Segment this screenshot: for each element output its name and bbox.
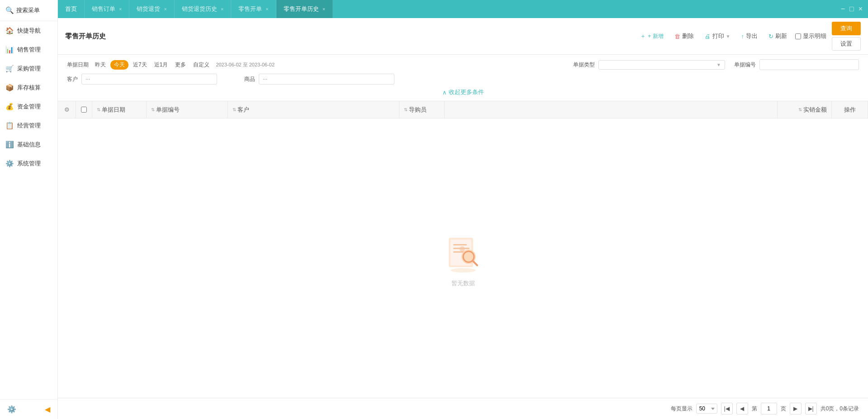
date-options: 昨天 今天 近7天 近1月 更多 自定义: [92, 60, 212, 70]
delete-button[interactable]: 🗑 删除: [672, 30, 697, 42]
th-guide[interactable]: ⇅ 导购员: [399, 101, 445, 118]
tab-close-return-history[interactable]: ×: [221, 6, 223, 12]
sidebar-search-label: 搜索采单: [16, 6, 40, 14]
page-last-button[interactable]: ▶|: [805, 403, 817, 414]
tab-close-retail-history[interactable]: ×: [323, 6, 325, 12]
date-btn-custom[interactable]: 自定义: [190, 60, 212, 70]
collapse-filter-button[interactable]: ∧ 收起更多条件: [442, 88, 484, 96]
filter-docnum: 单据编号: [734, 59, 859, 70]
sidebar-item-purchase[interactable]: 🛒 采购管理: [0, 59, 57, 78]
page-title: 零售开单历史: [65, 32, 106, 41]
svg-point-0: [451, 268, 476, 273]
refresh-button[interactable]: ↻ 刷新: [766, 30, 790, 42]
th-num[interactable]: ⇅ 单据编号: [147, 101, 228, 118]
type-select[interactable]: ▼: [598, 60, 725, 70]
toolbar-actions: ＋ + 新增 🗑 删除 🖨 打印 ▼ ↑ 导出 ↻ 刷新 显示: [637, 22, 861, 51]
home-icon: 🏠: [5, 27, 14, 35]
page-suffix: 页: [781, 405, 786, 413]
th-action: 操作: [832, 101, 868, 118]
page-first-button[interactable]: |◀: [721, 403, 733, 414]
tab-retail[interactable]: 零售开单 ×: [231, 0, 276, 18]
goods-select[interactable]: ···: [259, 74, 394, 85]
th-date[interactable]: ⇅ 单据日期: [92, 101, 147, 118]
display-detail-input[interactable]: [795, 33, 801, 39]
filter-area: 单据日期 昨天 今天 近7天 近1月 更多 自定义 2023-06-02 至 2…: [58, 55, 868, 101]
th-sort-icon-customer: ⇅: [232, 107, 236, 112]
goods-placeholder: ···: [263, 76, 267, 82]
date-btn-today[interactable]: 今天: [110, 60, 128, 70]
th-sort-icon-guide: ⇅: [404, 107, 408, 112]
table-container: ⚙ ⇅ 单据日期 ⇅ 单据编号 ⇅ 客户 ⇅ 导购员 ⇅: [58, 101, 868, 419]
page-input[interactable]: [761, 403, 777, 414]
th-customer[interactable]: ⇅ 客户: [228, 101, 399, 118]
date-btn-7days[interactable]: 近7天: [130, 60, 150, 70]
settings-icon[interactable]: ⚙️: [7, 405, 16, 414]
date-label: 单据日期: [67, 61, 89, 69]
tab-return-history[interactable]: 销货退货历史 ×: [175, 0, 231, 18]
tab-sales-order[interactable]: 销售订单 ×: [85, 0, 129, 18]
collapse-sidebar-icon[interactable]: ◀: [45, 405, 50, 414]
query-button[interactable]: 查询: [832, 22, 861, 35]
print-icon: 🖨: [705, 33, 711, 40]
empty-illustration: [441, 229, 486, 274]
box-icon: 📦: [5, 84, 14, 92]
sidebar-item-base[interactable]: ℹ️ 基础信息: [0, 135, 57, 154]
settings-cols-icon: ⚙: [64, 106, 70, 113]
export-icon: ↑: [741, 33, 745, 40]
page-label: 第: [752, 405, 757, 413]
add-button[interactable]: ＋ + 新增: [637, 30, 666, 42]
date-btn-more[interactable]: 更多: [172, 60, 189, 70]
table-header: ⚙ ⇅ 单据日期 ⇅ 单据编号 ⇅ 客户 ⇅ 导购员 ⇅: [58, 101, 868, 118]
filter-customer: 客户 ···: [67, 74, 217, 85]
print-button[interactable]: 🖨 打印 ▼: [702, 30, 733, 42]
collapse-arrow-icon: ∧: [442, 89, 447, 96]
tab-retail-history[interactable]: 零售开单历史 ×: [276, 0, 333, 18]
sidebar-item-inventory[interactable]: 📦 库存核算: [0, 78, 57, 97]
docnum-label: 单据编号: [734, 61, 756, 69]
th-settings[interactable]: ⚙: [58, 101, 76, 118]
sidebar-item-sales[interactable]: 📊 销售管理: [0, 40, 57, 59]
page-next-button[interactable]: ▶: [790, 403, 802, 414]
th-sort-icon-amount: ⇅: [798, 107, 802, 112]
tabbar-window-controls: − □ ×: [841, 5, 868, 13]
sidebar-item-operations[interactable]: 📋 经营管理: [0, 116, 57, 135]
date-btn-1month[interactable]: 近1月: [152, 60, 171, 70]
select-all-checkbox[interactable]: [81, 107, 87, 113]
sidebar-item-label-sales: 销售管理: [17, 46, 41, 54]
sidebar-item-label-nav: 快捷导航: [17, 27, 41, 35]
sidebar-item-label-inventory: 库存核算: [17, 84, 41, 92]
page-prev-button[interactable]: ◀: [736, 403, 748, 414]
th-checkbox[interactable]: [76, 101, 92, 118]
total-info: 共0页，0条记录: [821, 405, 859, 413]
restore-icon[interactable]: □: [849, 5, 854, 13]
display-detail-checkbox[interactable]: 显示明细: [795, 32, 826, 40]
main-content: 首页 销售订单 × 销货退货 × 销货退货历史 × 零售开单 × 零售开单历史 …: [58, 0, 868, 419]
filter-row-2: 客户 ··· 商品 ···: [67, 74, 859, 85]
settings-button[interactable]: 设置: [832, 37, 861, 51]
sidebar-item-nav[interactable]: 🏠 快捷导航: [0, 21, 57, 40]
export-button[interactable]: ↑ 导出: [739, 30, 761, 42]
report-icon: 📋: [5, 122, 14, 130]
tab-close-retail[interactable]: ×: [266, 6, 268, 12]
per-page-select[interactable]: 50 10 20 100: [696, 404, 717, 414]
date-btn-yesterday[interactable]: 昨天: [92, 60, 109, 70]
sidebar-search[interactable]: 🔍 搜索采单: [0, 0, 57, 21]
tab-close-sales-order[interactable]: ×: [119, 6, 122, 12]
minimize-icon[interactable]: −: [841, 5, 845, 13]
print-dropdown-icon[interactable]: ▼: [726, 34, 730, 39]
tab-home[interactable]: 首页: [58, 0, 85, 18]
tab-close-return[interactable]: ×: [164, 6, 166, 12]
customer-select[interactable]: ···: [81, 74, 217, 85]
docnum-input[interactable]: [759, 59, 859, 70]
sidebar-item-system[interactable]: ⚙️ 系统管理: [0, 154, 57, 173]
close-window-icon[interactable]: ×: [859, 5, 863, 13]
filter-goods: 商品 ···: [244, 74, 394, 85]
filter-row-1: 单据日期 昨天 今天 近7天 近1月 更多 自定义 2023-06-02 至 2…: [67, 59, 859, 70]
th-amount[interactable]: ⇅ 实销金额: [778, 101, 832, 118]
tab-return[interactable]: 销货退货 ×: [129, 0, 174, 18]
pagination: 每页显示 50 10 20 100 |◀ ◀ 第 页 ▶ ▶| 共0页，0条记录: [58, 398, 868, 419]
svg-point-9: [460, 246, 465, 252]
customer-placeholder: ···: [85, 76, 90, 82]
per-page-label: 每页显示: [671, 405, 693, 413]
sidebar-item-finance[interactable]: 💰 资金管理: [0, 97, 57, 116]
